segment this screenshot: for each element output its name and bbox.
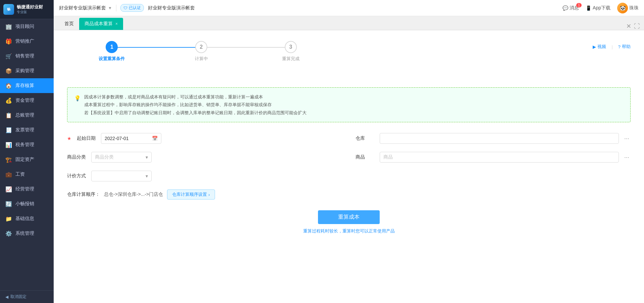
pricing-group: 计价方式 ▾	[67, 171, 342, 181]
payroll-icon: 💼	[5, 171, 12, 178]
form-row-1: ★ 起始日期 2022-07-01 📅 仓库 ···	[67, 133, 631, 144]
sidebar-item-label: 小畅报销	[15, 201, 34, 207]
goods-more-icon[interactable]: ···	[623, 154, 631, 161]
sidebar-item-label: 基础信息	[15, 216, 34, 222]
app-logo: 畅	[3, 4, 14, 15]
sidebar-item-basic[interactable]: 📁 基础信息	[0, 211, 54, 226]
system-icon: ⚙️	[5, 230, 12, 237]
sidebar-item-label: 税务管理	[15, 142, 34, 148]
sidebar-item-label: 库存核算	[15, 83, 34, 89]
warehouse-order-btn[interactable]: 仓库计算顺序设置 ›	[167, 189, 215, 200]
tab-close-icon[interactable]: ×	[115, 21, 118, 26]
accounting-icon: 📋	[5, 112, 12, 119]
start-date-input[interactable]: 2022-07-01 📅	[101, 133, 161, 144]
sidebar-header: 畅 畅捷通好业财 专业版	[0, 0, 54, 19]
sidebar-item-sales[interactable]: 🛒 销售管理	[0, 49, 54, 63]
user-avatar[interactable]: 🐼 珠珠	[617, 3, 639, 13]
sidebar-item-label: 固定资产	[15, 157, 34, 163]
pricing-label: 计价方式	[67, 173, 87, 179]
close-window-icon[interactable]: ✕	[626, 23, 631, 30]
help-icon: ?	[618, 44, 621, 49]
sidebar-item-label: 工资	[15, 171, 25, 177]
category-group: 商品分类 商品分类 ▾	[67, 152, 342, 163]
topbar: 好业财专业版演示帐套 ▼ 🛡 已认证 好业财专业版演示帐套 💬 消息 1 📱 A…	[54, 0, 644, 16]
help-link[interactable]: ? 帮助	[618, 44, 631, 50]
category-placeholder: 商品分类	[95, 154, 114, 160]
operation-icon: 📈	[5, 186, 12, 192]
sidebar-item-payroll[interactable]: 💼 工资	[0, 167, 54, 182]
company-name: 好业财专业版演示帐套	[148, 5, 195, 11]
phone-icon: 📱	[586, 5, 591, 11]
basic-icon: 📁	[5, 215, 12, 222]
step-2: 2 计算中	[157, 41, 246, 62]
account-name: 好业财专业版演示帐套	[59, 5, 106, 11]
notice-line-2: 成本重算过程中，影响库存账的操作均不能操作，比如进货单、销货单、库存单据不能审核…	[84, 101, 307, 109]
asset-icon: 🏗️	[5, 156, 12, 163]
notice-line-3: 若【系统设置】中启用了自动调整记账日期时，会调整入库单的整单记账日期，因此重新计…	[84, 109, 307, 117]
expense-icon: 🔄	[5, 201, 12, 207]
message-button[interactable]: 💬 消息 1	[562, 5, 579, 11]
recalc-button[interactable]: 重算成本	[318, 210, 380, 224]
sidebar-item-tax[interactable]: 📊 税务管理	[0, 137, 54, 152]
warehouse-input[interactable]	[380, 133, 619, 144]
sidebar-item-project[interactable]: 🏢 项目顾问	[0, 19, 54, 34]
sidebar-item-inventory[interactable]: 🏠 库存核算	[0, 78, 54, 93]
tax-icon: 📊	[5, 141, 12, 148]
sidebar-item-finance[interactable]: 💰 资金管理	[0, 93, 54, 108]
warehouse-order-label: 仓库计算顺序：	[67, 191, 100, 198]
notice-content: 因成本计算参数调整，或是对商品成本有疑问时，可以通过成本重算功能，重新计算一遍成…	[84, 93, 307, 117]
step-1-label: 设置重算条件	[99, 56, 125, 62]
warehouse-more-icon[interactable]: ···	[623, 135, 631, 142]
step-1: 1 设置重算条件	[67, 41, 157, 62]
warehouse-order-value: 总仓->深圳仓库->...->门店仓	[104, 191, 163, 198]
sidebar-item-marketing[interactable]: 🎁 营销推广	[0, 34, 54, 49]
start-date-group: ★ 起始日期 2022-07-01 📅	[67, 133, 342, 144]
sidebar-item-label: 采购管理	[15, 68, 34, 74]
step-3: 3 重算完成	[246, 41, 335, 62]
avatar-image: 🐼	[617, 3, 628, 13]
sidebar-item-purchase[interactable]: 📦 采购管理	[0, 63, 54, 78]
tab-home[interactable]: 首页	[59, 18, 79, 30]
main-area: 好业财专业版演示帐套 ▼ 🛡 已认证 好业财专业版演示帐套 💬 消息 1 📱 A…	[54, 0, 644, 303]
video-link[interactable]: ▶ 视频	[593, 44, 606, 50]
finance-icon: 💰	[5, 97, 12, 104]
step-3-circle: 3	[285, 41, 297, 53]
user-name: 珠珠	[629, 5, 639, 11]
recalc-tip: 重算过程耗时较长，重算时您可以正常使用产品	[303, 228, 395, 234]
shield-icon: 🛡	[123, 6, 127, 10]
step-3-label: 重算完成	[282, 56, 300, 62]
warehouse-label: 仓库	[356, 135, 376, 141]
sidebar-item-label: 发票管理	[15, 127, 34, 133]
category-label: 商品分类	[67, 154, 87, 160]
goods-label: 商品	[356, 154, 376, 160]
app-download-button[interactable]: 📱 App下载	[586, 5, 610, 11]
play-icon: ▶	[593, 44, 596, 49]
topbar-actions: 💬 消息 1 📱 App下载 🐼 珠珠	[562, 3, 639, 13]
divider: |	[611, 44, 612, 49]
invoice-icon: 🧾	[5, 127, 12, 133]
sidebar-item-label: 销售管理	[15, 53, 34, 59]
expand-icon[interactable]: ⛶	[634, 23, 640, 30]
marketing-icon: 🎁	[5, 38, 12, 45]
goods-input[interactable]: 商品	[380, 152, 619, 163]
warehouse-order-row: 仓库计算顺序： 总仓->深圳仓库->...->门店仓 仓库计算顺序设置 ›	[67, 189, 631, 200]
sidebar-item-asset[interactable]: 🏗️ 固定资产	[0, 152, 54, 167]
pricing-select[interactable]: ▾	[91, 171, 152, 181]
account-selector[interactable]: 好业财专业版演示帐套 ▼	[59, 5, 112, 11]
unpin-button[interactable]: ◀ 取消固定	[0, 290, 54, 303]
sidebar-item-operation[interactable]: 📈 经营管理	[0, 182, 54, 197]
sidebar-item-accounting[interactable]: 📋 总账管理	[0, 108, 54, 123]
page-content: 1 设置重算条件 2 计算中 3	[54, 30, 644, 303]
warehouse-order-btn-label: 仓库计算顺序设置	[172, 191, 207, 198]
sidebar-item-expense[interactable]: 🔄 小畅报销	[0, 197, 54, 211]
sidebar-item-invoice[interactable]: 🧾 发票管理	[0, 123, 54, 137]
sidebar-item-system[interactable]: ⚙️ 系统管理	[0, 226, 54, 241]
sidebar-nav: 🏢 项目顾问 🎁 营销推广 🛒 销售管理 📦 采购管理 🏠 库存核算 💰 资金管…	[0, 19, 54, 290]
category-select[interactable]: 商品分类 ▾	[91, 152, 152, 163]
verified-badge: 🛡 已认证	[120, 4, 144, 12]
goods-group: 商品 商品 ···	[356, 152, 631, 163]
project-icon: 🏢	[5, 23, 12, 30]
tab-recalc[interactable]: 商品成本重算 ×	[79, 18, 123, 30]
recalc-tab-label: 商品成本重算	[85, 21, 113, 27]
chevron-right-icon: ›	[208, 192, 210, 197]
